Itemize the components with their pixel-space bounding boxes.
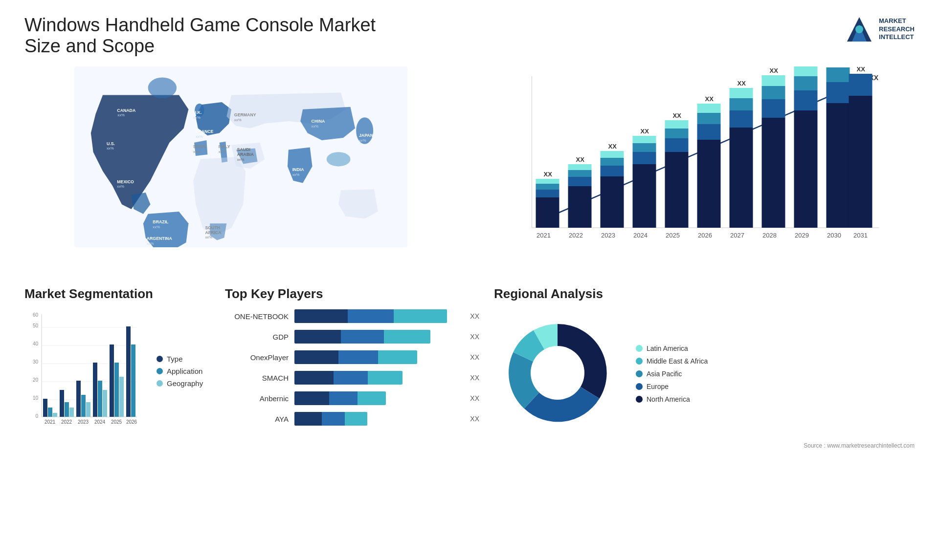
svg-text:FRANCE: FRANCE (196, 129, 214, 134)
svg-text:xx%: xx% (147, 241, 154, 246)
svg-text:XX: XX (576, 156, 585, 163)
svg-text:xx%: xx% (193, 150, 201, 154)
growth-bar-chart: XX XX XX XX XX (482, 66, 915, 262)
type-label: Type (167, 355, 183, 363)
player-bar-wrap (294, 309, 460, 323)
svg-text:xx%: xx% (196, 134, 203, 139)
svg-rect-55 (601, 176, 624, 228)
north-america-label: North America (647, 395, 690, 403)
donut-svg (494, 309, 621, 436)
geography-label: Geography (167, 379, 203, 388)
svg-text:BRAZIL: BRAZIL (153, 219, 169, 224)
latin-america-dot (636, 345, 643, 352)
player-value: XX (470, 415, 479, 423)
svg-text:2026: 2026 (698, 232, 712, 239)
legend-europe: Europe (636, 383, 708, 390)
svg-point-7 (327, 152, 351, 166)
svg-rect-85 (794, 110, 818, 228)
segmentation-chart: 0 10 20 30 40 50 60 (24, 309, 142, 436)
map-section: CANADA xx% U.S. xx% MEXICO xx% BRAZIL xx… (24, 66, 457, 272)
svg-text:xx%: xx% (292, 172, 300, 177)
player-row: ONE-NETBOOK XX (225, 309, 479, 323)
svg-rect-92 (827, 67, 850, 82)
legend-geography: Geography (156, 379, 203, 388)
player-row: AYA XX (225, 412, 479, 426)
svg-text:xx%: xx% (312, 124, 319, 129)
world-map: CANADA xx% U.S. xx% MEXICO xx% BRAZIL xx… (24, 66, 457, 247)
segmentation-section: Market Segmentation 0 10 20 30 40 50 60 (24, 286, 210, 449)
player-bar-wrap (294, 371, 460, 385)
svg-rect-56 (601, 166, 624, 176)
svg-text:XX: XX (608, 143, 617, 150)
svg-rect-45 (536, 197, 559, 228)
svg-rect-58 (601, 151, 624, 158)
logo-text: MARKET RESEARCH INTELLECT (879, 17, 915, 42)
svg-text:xx%: xx% (234, 118, 242, 122)
svg-rect-135 (114, 363, 119, 417)
svg-text:2023: 2023 (601, 232, 615, 239)
player-value: XX (470, 353, 479, 361)
svg-rect-61 (633, 152, 656, 164)
svg-rect-136 (119, 377, 124, 417)
svg-rect-82 (762, 86, 785, 99)
player-bar-wrap (294, 391, 460, 405)
application-label: Application (167, 367, 202, 375)
svg-rect-125 (60, 390, 64, 417)
svg-rect-128 (76, 381, 81, 417)
svg-text:60: 60 (33, 312, 39, 318)
bar-chart-section: XX XX XX XX XX (472, 66, 915, 272)
svg-text:xx%: xx% (117, 184, 124, 189)
svg-text:2021: 2021 (537, 232, 551, 239)
page-title: Windows Handheld Game Console Market Siz… (24, 15, 416, 57)
svg-text:JAPAN: JAPAN (359, 133, 373, 138)
svg-rect-67 (665, 129, 689, 138)
svg-rect-138 (131, 345, 135, 417)
svg-text:2031: 2031 (853, 232, 868, 239)
svg-rect-48 (536, 179, 559, 184)
svg-rect-123 (48, 408, 52, 417)
players-table: ONE-NETBOOK XX GDP (225, 309, 479, 426)
svg-text:XX: XX (738, 80, 746, 87)
svg-rect-88 (794, 66, 818, 76)
donut-chart (494, 309, 621, 438)
segmentation-title: Market Segmentation (24, 286, 210, 302)
svg-text:10: 10 (33, 395, 39, 401)
svg-text:SOUTH: SOUTH (205, 225, 220, 230)
svg-rect-86 (794, 90, 818, 110)
legend-latin-america: Latin America (636, 345, 708, 352)
svg-text:XX: XX (673, 112, 682, 119)
player-value: XX (470, 374, 479, 382)
svg-text:XX: XX (544, 171, 553, 178)
svg-text:2027: 2027 (730, 232, 744, 239)
svg-rect-130 (86, 402, 90, 417)
svg-text:CANADA: CANADA (117, 108, 136, 113)
svg-text:xx%: xx% (219, 150, 226, 154)
svg-rect-131 (93, 363, 97, 417)
europe-dot (636, 383, 643, 390)
svg-rect-68 (665, 120, 689, 129)
type-dot (156, 356, 163, 362)
svg-text:xx%: xx% (153, 225, 160, 229)
svg-rect-52 (568, 170, 592, 177)
svg-text:U.K.: U.K. (193, 110, 201, 115)
svg-rect-72 (697, 113, 721, 124)
regional-section: Regional Analysis (494, 286, 915, 449)
svg-rect-132 (98, 381, 102, 417)
svg-rect-83 (762, 75, 785, 86)
latin-america-label: Latin America (647, 345, 688, 352)
svg-rect-50 (568, 186, 592, 228)
bottom-row: Market Segmentation 0 10 20 30 40 50 60 (24, 286, 915, 449)
svg-text:ITALY: ITALY (219, 144, 230, 149)
player-row: Anbernic XX (225, 391, 479, 405)
svg-rect-81 (762, 99, 785, 118)
players-section: Top Key Players ONE-NETBOOK XX GDP (225, 286, 479, 449)
svg-rect-70 (697, 140, 721, 228)
svg-text:0: 0 (35, 413, 38, 419)
page-header: Windows Handheld Game Console Market Siz… (24, 15, 915, 57)
legend-middle-east: Middle East & Africa (636, 357, 708, 365)
svg-rect-63 (633, 136, 656, 143)
svg-text:2024: 2024 (633, 232, 648, 239)
svg-rect-73 (697, 104, 721, 113)
segmentation-chart-wrap: 0 10 20 30 40 50 60 (24, 309, 210, 436)
svg-rect-87 (794, 76, 818, 90)
